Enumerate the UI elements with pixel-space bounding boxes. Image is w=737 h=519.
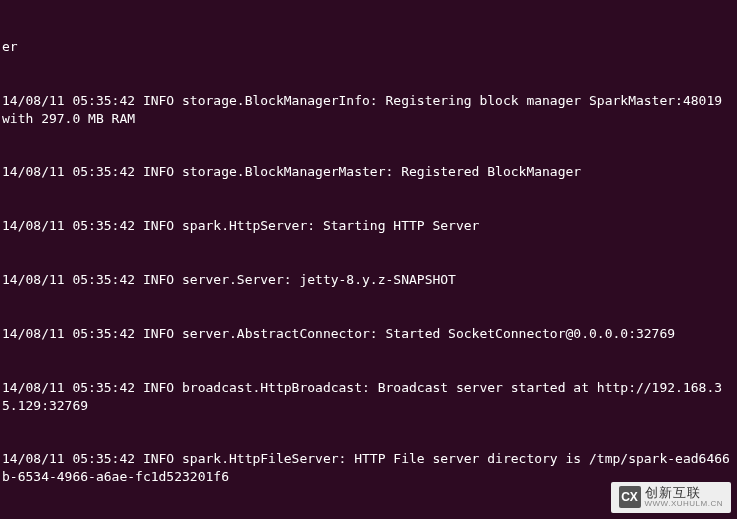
log-line: 14/08/11 05:35:42 INFO server.AbstractCo… [2, 325, 735, 343]
terminal-output[interactable]: er 14/08/11 05:35:42 INFO storage.BlockM… [2, 2, 735, 519]
watermark-main-text: 创新互联 [645, 486, 724, 500]
log-line: 14/08/11 05:35:42 INFO broadcast.HttpBro… [2, 379, 735, 415]
watermark-logo-icon: CX [619, 486, 641, 508]
watermark-text-box: 创新互联 WWW.XUHULM.CN [645, 486, 724, 509]
log-line: er [2, 38, 735, 56]
log-line: 14/08/11 05:35:42 INFO storage.BlockMana… [2, 163, 735, 181]
log-line: 14/08/11 05:35:42 INFO spark.HttpFileSer… [2, 450, 735, 486]
watermark-badge: CX 创新互联 WWW.XUHULM.CN [611, 482, 732, 513]
log-line: 14/08/11 05:35:42 INFO spark.HttpServer:… [2, 217, 735, 235]
log-line: 14/08/11 05:35:42 INFO storage.BlockMana… [2, 92, 735, 128]
watermark-sub-text: WWW.XUHULM.CN [645, 500, 724, 509]
log-line: 14/08/11 05:35:42 INFO server.Server: je… [2, 271, 735, 289]
